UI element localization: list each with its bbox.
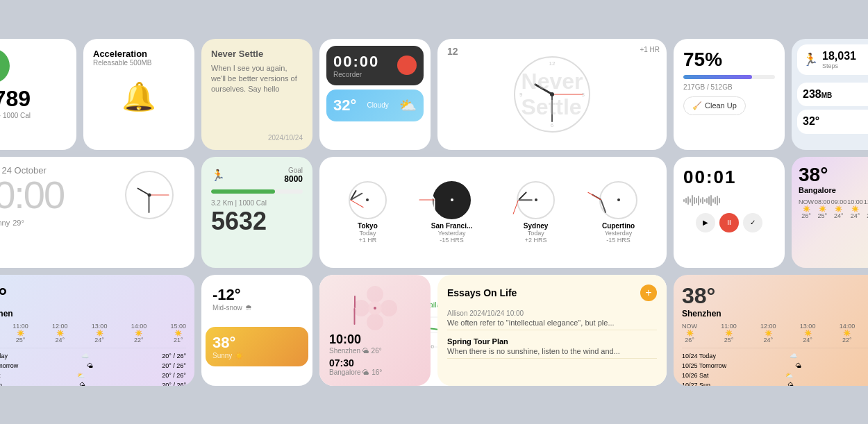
mb-section: 238MB: [797, 83, 868, 106]
acceleration-widget: Acceleration Releasable 500MB 🔔: [83, 39, 194, 150]
weather-bottom: 32° Cloudy ⛅: [326, 90, 424, 121]
notes-title: Essays On Life: [447, 287, 517, 298]
snow-label: Mid-snow 🌨: [212, 304, 301, 312]
cleanup-button[interactable]: 🧹 Clean Up: [683, 96, 746, 115]
run-progress-circle: 🏃: [0, 49, 10, 83]
run-icon-2: 🏃: [803, 52, 818, 67]
steps-detail: 3.2 Km · 1000 Cal: [0, 112, 67, 119]
steps-count-2: 18,031: [822, 50, 856, 62]
sunny-icon: ☀️: [235, 352, 243, 359]
snow-sunny-widget: -12° Mid-snow 🌨 38° Sunny ☀️: [201, 275, 312, 386]
sunny-label: Sunny ☀️: [212, 352, 301, 359]
small-clock: [125, 171, 174, 219]
mb-count: 238MB: [803, 88, 868, 101]
condition-3: Sunny: [0, 219, 10, 227]
shenzhen-warm-widget: 38° Shenzhen ☀️ Sunny ↑38° ↓18° NOW☀️26°…: [674, 275, 868, 386]
analog-clock-widget: +1 HR 12 12 6 3 9 NeverSettle: [437, 39, 667, 150]
accel-title: Acceleration: [93, 49, 185, 59]
floral-clock-widget: 10:00 Shenzhen 🌥 26° 07:30 Bangalore 🌥 1…: [319, 275, 431, 386]
minute-hand: [551, 94, 553, 122]
snow-icon: 🌨: [245, 304, 252, 312]
run-icon-3: 🏃: [211, 169, 225, 182]
temp-2: 32°: [803, 115, 819, 128]
temp-3: 29°: [12, 219, 24, 227]
clock-sydney: Sydney Today +2 HRS: [517, 181, 555, 244]
shenzhen2-temp: 38°: [682, 283, 721, 309]
second-hand: [552, 94, 583, 94]
note-title: Never Settle: [211, 49, 303, 59]
storage-bar: [683, 75, 775, 79]
clock-tokyo: Tokyo Today +1 HR: [349, 181, 387, 244]
weather-icon: ⛅: [399, 97, 417, 114]
temp: 32°: [333, 96, 356, 115]
bangalore-weather-widget: 38° Bangalore Sunny ↑38° ↓18° NOW☀️26° 0…: [792, 157, 868, 268]
clock-offset: +1 HR: [640, 46, 660, 53]
recorder-time: 00:00: [333, 53, 379, 71]
clock-center: [550, 92, 554, 96]
storage-widget: 75% 217GB / 512GB 🧹 Clean Up: [674, 39, 785, 150]
clock-face: 12 6 3 9: [514, 56, 590, 133]
floral-clock-face: [354, 287, 396, 329]
weather-footer: ☀️ Sunny 29°: [0, 217, 186, 228]
goal-label: Goal: [284, 167, 303, 174]
goal-bar: [211, 189, 303, 194]
steps-count: 6,789: [0, 86, 67, 112]
bangalore-city: Bangalore: [799, 186, 836, 194]
storage-detail: 217GB / 512GB: [683, 83, 775, 91]
add-note-button[interactable]: +: [640, 285, 657, 301]
world-clock-widget: Tokyo Today +1 HR San Franci... Yesterda…: [319, 157, 667, 268]
recorder-controls: ▶ ⏸ ✓: [683, 213, 775, 232]
shenzhen-temp: 28°: [0, 283, 13, 309]
recorder-weather-widget: 00:00 Recorder 32° Cloudy ⛅: [319, 39, 431, 150]
note-item-1: Allison 2024/10/24 10:00 We often refer …: [447, 307, 657, 330]
voice-recorder-widget: 00:01 ▶ ⏸ ✓: [674, 157, 785, 268]
steps-mb-widget: 🏃 18,031 Steps 238MB 32° ☁️ Overcast: [792, 39, 868, 150]
goal-steps: 5632: [211, 207, 303, 236]
goal-value: 8000: [284, 174, 303, 184]
shenzhen2-city: Shenzhen: [682, 309, 721, 319]
shenzhen-forecast: 10/24 Today☁️20° / 26° 10/25 Tomorrow🌤20…: [0, 348, 186, 386]
note-preview-2: When there is no sunshine, listen to the…: [447, 347, 657, 355]
shenzhen-city: Shenzhen: [0, 309, 13, 319]
note-body: When I see you again, we'll be better ve…: [211, 63, 303, 95]
sunny-section: 38° Sunny ☀️: [206, 327, 308, 366]
storage-fill: [683, 75, 752, 79]
play-button[interactable]: ▶: [696, 213, 715, 232]
storage-percent: 75%: [683, 49, 775, 71]
record-button[interactable]: [397, 56, 417, 75]
note-title-2: Spring Tour Plan: [447, 337, 657, 346]
shenzhen2-forecast: 10/24 Today☁️20° / 26° 10/25 Tomorrow🌤20…: [682, 348, 868, 386]
notes-widget: Essays On Life + Allison 2024/10/24 10:0…: [437, 275, 667, 386]
hourly-forecast: NOW☀️26° 08:00☀️25° 09:00☀️24° 10:00☀️24…: [799, 198, 868, 219]
recorder-time-2: 00:01: [683, 167, 775, 188]
note-preview-1: We often refer to "intellectual elegance…: [447, 319, 657, 327]
condition-2: Overcast: [797, 137, 868, 144]
goal-stats: 3.2 Km | 1000 Cal: [211, 199, 303, 207]
check-button[interactable]: ✓: [743, 213, 762, 232]
shenzhen-weather-widget: 28° Shenzhen NOW☀️26° 11:00☀️25° 12:00☀️…: [0, 275, 194, 386]
clock-sanfran: San Franci... Yesterday -15 HRS: [431, 181, 472, 244]
snow-temp: -12°: [212, 286, 301, 304]
steps-label: Steps: [822, 62, 856, 69]
floral-time-2: 07:30: [329, 357, 421, 368]
bangalore-temp: 38°: [799, 164, 836, 186]
goal-header: 🏃 Goal 8000: [211, 167, 303, 184]
waveform: [683, 194, 775, 207]
date-clock-widget: Thurs, 24 October 10:00 ☀️ Sunny 29°: [0, 157, 194, 268]
shenzhen2-hourly: NOW☀️26° 11:00☀️25° 12:00☀️24° 13:00☀️24…: [682, 323, 868, 344]
note-item-2: Spring Tour Plan When there is no sunshi…: [447, 334, 657, 359]
pause-button[interactable]: ⏸: [719, 213, 739, 232]
condition: Cloudy: [367, 101, 389, 109]
hour-12: 12: [447, 46, 458, 57]
shenzhen-hourly: NOW☀️26° 11:00☀️25° 12:00☀️24° 13:00☀️24…: [0, 323, 186, 344]
bell-icon: 🔔: [122, 80, 156, 113]
note-author-1: Allison 2024/10/24 10:00: [447, 309, 657, 317]
recorder-top: 00:00 Recorder: [326, 46, 424, 85]
weather-section: 32° ☁️: [797, 110, 868, 134]
snow-section: -12° Mid-snow 🌨: [206, 279, 308, 319]
floral-city-2: Bangalore 🌥 16°: [329, 368, 421, 376]
broom-icon: 🧹: [692, 101, 702, 110]
goal-fill: [211, 189, 275, 194]
floral-city: Shenzhen 🌥 26°: [329, 347, 421, 355]
notes-header: Essays On Life +: [447, 285, 657, 301]
